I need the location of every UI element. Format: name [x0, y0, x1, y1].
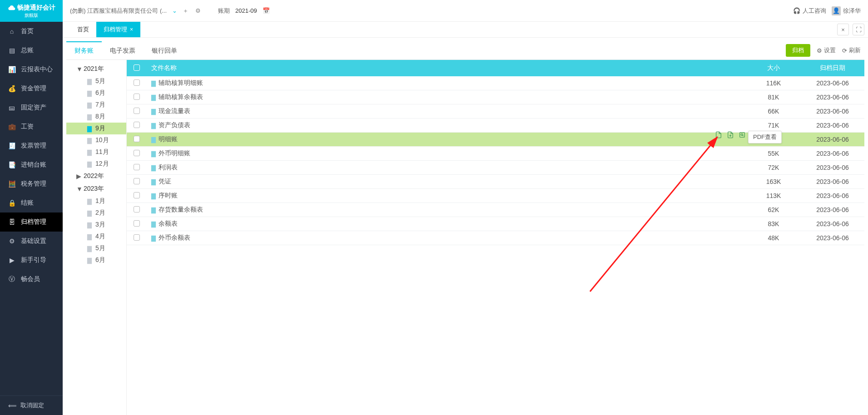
table-row[interactable]: ▇存货数量余额表 62K 2023-06-06: [127, 203, 864, 217]
tree-month[interactable]: ▇11月: [66, 146, 126, 158]
header-checkbox[interactable]: [127, 60, 147, 76]
nav-item-10[interactable]: 🗄归档管理: [0, 212, 63, 232]
refresh-link[interactable]: ⟳刷新: [842, 46, 861, 54]
cell-date: 2023-06-06: [801, 175, 864, 189]
subtab-2[interactable]: 银行回单: [144, 41, 185, 59]
nav-item-8[interactable]: 🧮税务管理: [0, 174, 63, 193]
nav-item-2[interactable]: 📊云报表中心: [0, 60, 63, 79]
refresh-label: 刷新: [849, 46, 861, 54]
tree-month[interactable]: ▇1月: [66, 195, 126, 207]
user-menu[interactable]: 👤 徐泽华: [832, 6, 861, 15]
table-row[interactable]: ▇辅助核算明细账 116K 2023-06-06: [127, 76, 864, 90]
gear-icon[interactable]: ⚙: [195, 7, 203, 14]
chevron-down-icon[interactable]: ⌄: [172, 7, 177, 14]
file-name: 明细账: [159, 135, 178, 143]
nav-item-5[interactable]: 💼工资: [0, 117, 63, 136]
row-checkbox[interactable]: [127, 90, 147, 104]
cell-size: 163K: [746, 175, 801, 189]
nav-item-0[interactable]: ⌂首页: [0, 22, 63, 41]
tree-month[interactable]: ▇5月: [66, 242, 126, 254]
table-row[interactable]: ▇资产负债表 71K 2023-06-06: [127, 119, 864, 133]
tree-month[interactable]: ▇5月: [66, 75, 126, 87]
settings-link[interactable]: ⚙设置: [817, 46, 836, 54]
row-checkbox[interactable]: [127, 161, 147, 175]
nav-item-12[interactable]: ▶新手引导: [0, 251, 63, 270]
tree-month[interactable]: ▇2月: [66, 207, 126, 219]
file-rename-icon[interactable]: [714, 131, 723, 139]
row-checkbox[interactable]: [127, 119, 147, 133]
calendar-icon[interactable]: 📅: [263, 7, 270, 14]
cell-date: 2023-06-06: [801, 76, 864, 90]
subtab-1[interactable]: 电子发票: [102, 41, 144, 59]
period-value[interactable]: 2021-09: [235, 7, 257, 14]
row-checkbox[interactable]: [127, 133, 147, 147]
close-icon[interactable]: ×: [130, 26, 133, 33]
table-row[interactable]: ▇外币余额表 48K 2023-06-06: [127, 231, 864, 245]
tree-month[interactable]: ▇7月: [66, 99, 126, 111]
tree-year[interactable]: ▶2022年: [66, 170, 126, 183]
folder-icon: ▇: [87, 149, 92, 156]
tab-home[interactable]: 首页: [70, 22, 96, 37]
tree-month[interactable]: ▇6月: [66, 254, 126, 266]
table-row[interactable]: ▇辅助核算余额表 81K 2023-06-06: [127, 90, 864, 104]
table-row[interactable]: ▇序时账 113K 2023-06-06: [127, 189, 864, 203]
month-label: 10月: [95, 136, 109, 144]
tree-year[interactable]: ▼2021年: [66, 63, 126, 75]
folder-icon: ▇: [151, 164, 156, 171]
nav-item-13[interactable]: Ⓥ畅会员: [0, 270, 63, 289]
table-row[interactable]: ▇余额表 83K 2023-06-06: [127, 217, 864, 231]
file-name: 余额表: [159, 220, 178, 228]
subtab-0[interactable]: 财务账: [66, 41, 102, 59]
table-row[interactable]: ▇现金流量表 66K 2023-06-06: [127, 104, 864, 119]
brand-name: 畅捷通好会计: [17, 4, 55, 12]
company-selector[interactable]: (勿删) 江西服宝精品有限责任公司 (...: [70, 7, 167, 15]
nav-item-1[interactable]: ▤总账: [0, 41, 63, 60]
row-actions: [714, 131, 746, 139]
pdf-preview-icon[interactable]: [738, 131, 746, 139]
row-checkbox[interactable]: [127, 76, 147, 90]
month-label: 8月: [95, 113, 105, 121]
nav-label: 总账: [21, 46, 34, 54]
tab-close-button[interactable]: ×: [837, 24, 849, 35]
nav-item-11[interactable]: ⚙基础设置: [0, 232, 63, 251]
nav-item-4[interactable]: 🖴固定资产: [0, 98, 63, 117]
plus-icon[interactable]: ＋: [183, 7, 190, 15]
nav-icon: ▶: [8, 257, 15, 264]
caret-icon: ▼: [76, 185, 81, 193]
tree-month[interactable]: ▇12月: [66, 158, 126, 170]
nav-item-7[interactable]: 📑进销台账: [0, 155, 63, 174]
tree-year[interactable]: ▼2023年: [66, 183, 126, 195]
cell-name: ▇辅助核算明细账: [147, 76, 746, 90]
consult-link[interactable]: 🎧 人工咨询: [793, 7, 826, 15]
unpin-icon: ⟸: [8, 402, 17, 409]
file-name: 资产负债表: [159, 121, 190, 129]
tree-month[interactable]: ▇4月: [66, 231, 126, 242]
archive-button[interactable]: 归档: [786, 44, 810, 57]
table-row[interactable]: ▇凭证 163K 2023-06-06: [127, 175, 864, 189]
tree-month[interactable]: ▇3月: [66, 219, 126, 231]
row-checkbox[interactable]: [127, 231, 147, 245]
row-checkbox[interactable]: [127, 104, 147, 119]
table-row[interactable]: ▇利润表 72K 2023-06-06: [127, 161, 864, 175]
pdf-download-icon[interactable]: [726, 131, 734, 139]
tree-month[interactable]: ▇9月: [66, 123, 126, 134]
row-checkbox[interactable]: [127, 175, 147, 189]
row-checkbox[interactable]: [127, 203, 147, 217]
row-checkbox[interactable]: [127, 189, 147, 203]
nav-item-3[interactable]: 💰资金管理: [0, 79, 63, 98]
fullscreen-icon[interactable]: ⛶: [853, 24, 864, 35]
file-name: 外币明细账: [159, 149, 190, 158]
row-checkbox[interactable]: [127, 147, 147, 161]
tab-archive[interactable]: 归档管理 ×: [96, 22, 140, 37]
tree-month[interactable]: ▇6月: [66, 87, 126, 99]
row-checkbox[interactable]: [127, 217, 147, 231]
month-label: 11月: [95, 148, 109, 156]
sidebar-footer[interactable]: ⟸ 取消固定: [0, 395, 63, 415]
tree-month[interactable]: ▇8月: [66, 111, 126, 123]
file-name: 辅助核算明细账: [159, 79, 203, 87]
tree-month[interactable]: ▇10月: [66, 134, 126, 146]
nav-item-9[interactable]: 🔒结账: [0, 193, 63, 212]
nav-item-6[interactable]: 🧾发票管理: [0, 136, 63, 155]
folder-icon: ▇: [87, 161, 92, 168]
table-row[interactable]: ▇外币明细账 55K 2023-06-06: [127, 147, 864, 161]
